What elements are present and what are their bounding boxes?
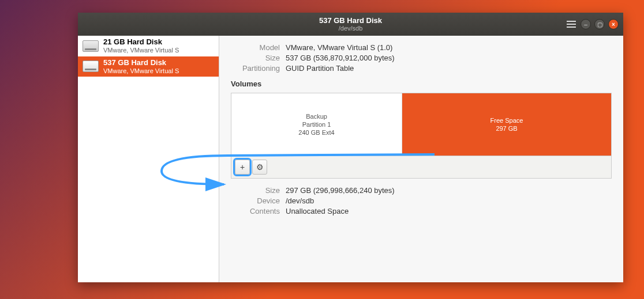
sel-size-value: 297 GB (296,998,666,240 bytes) xyxy=(286,186,395,195)
disk-name: 21 GB Hard Disk xyxy=(103,38,179,47)
volume-line3: 240 GB Ext4 xyxy=(298,128,334,137)
sel-device-value: /dev/sdb xyxy=(286,196,314,205)
volume-line2: 297 GB xyxy=(496,124,517,133)
close-button[interactable]: × xyxy=(608,19,619,29)
disk-text: 537 GB Hard Disk VMware, VMware Virtual … xyxy=(103,59,179,75)
partitioning-label: Partitioning xyxy=(231,64,280,73)
sel-size-label: Size xyxy=(231,186,280,195)
hard-disk-icon xyxy=(83,40,99,52)
volume-toolbar: + ⚙ xyxy=(231,156,611,178)
sel-contents-value: Unallocated Space xyxy=(286,207,349,215)
hard-disk-icon xyxy=(83,60,99,72)
maximize-button[interactable]: ▢ xyxy=(594,19,605,29)
window-title: 537 GB Hard Disk xyxy=(78,16,623,25)
kv-sel-contents: Contents Unallocated Space xyxy=(231,207,612,215)
titlebar: 537 GB Hard Disk /dev/sdb – ▢ × xyxy=(78,13,623,36)
title-center: 537 GB Hard Disk /dev/sdb xyxy=(78,16,623,33)
disk-text: 21 GB Hard Disk VMware, VMware Virtual S xyxy=(103,38,179,54)
model-value: VMware, VMware Virtual S (1.0) xyxy=(286,43,392,52)
window-controls: – ▢ × xyxy=(566,18,619,30)
volume-bar: Backup Partition 1 240 GB Ext4 Free Spac… xyxy=(231,93,611,156)
menu-icon[interactable] xyxy=(566,18,577,30)
volume-title: Backup xyxy=(306,112,327,120)
disk-sidebar: 21 GB Hard Disk VMware, VMware Virtual S… xyxy=(78,36,219,282)
sel-device-label: Device xyxy=(231,196,280,205)
size-label: Size xyxy=(231,54,280,62)
kv-sel-device: Device /dev/sdb xyxy=(231,196,612,205)
kv-model: Model VMware, VMware Virtual S (1.0) xyxy=(231,43,612,52)
volume-title: Free Space xyxy=(491,116,523,124)
kv-sel-size: Size 297 GB (296,998,666,240 bytes) xyxy=(231,186,612,195)
volumes-box: Backup Partition 1 240 GB Ext4 Free Spac… xyxy=(231,93,612,179)
disk-desc: VMware, VMware Virtual S xyxy=(103,67,179,75)
minimize-button[interactable]: – xyxy=(581,19,591,29)
sel-contents-label: Contents xyxy=(231,207,280,215)
model-label: Model xyxy=(231,43,280,52)
main-panel: Model VMware, VMware Virtual S (1.0) Siz… xyxy=(219,36,623,282)
disk-name: 537 GB Hard Disk xyxy=(103,59,179,67)
volume-line2: Partition 1 xyxy=(302,120,331,128)
partition-settings-button[interactable]: ⚙ xyxy=(252,160,267,175)
partitioning-value: GUID Partition Table xyxy=(286,64,354,73)
content-area: 21 GB Hard Disk VMware, VMware Virtual S… xyxy=(78,36,623,282)
add-partition-button[interactable]: + xyxy=(235,160,250,175)
sidebar-item-disk-1[interactable]: 537 GB Hard Disk VMware, VMware Virtual … xyxy=(78,56,219,77)
volumes-heading: Volumes xyxy=(231,80,612,88)
size-value: 537 GB (536,870,912,000 bytes) xyxy=(286,54,395,62)
volume-slice-backup[interactable]: Backup Partition 1 240 GB Ext4 xyxy=(231,93,402,156)
gear-icon: ⚙ xyxy=(256,162,264,172)
sidebar-item-disk-0[interactable]: 21 GB Hard Disk VMware, VMware Virtual S xyxy=(78,36,219,56)
volume-slice-free[interactable]: Free Space 297 GB xyxy=(402,93,611,156)
plus-icon: + xyxy=(240,162,245,172)
window-subtitle: /dev/sdb xyxy=(78,25,623,32)
disk-desc: VMware, VMware Virtual S xyxy=(103,47,179,54)
kv-partitioning: Partitioning GUID Partition Table xyxy=(231,64,612,73)
disks-window: 537 GB Hard Disk /dev/sdb – ▢ × 21 GB Ha… xyxy=(78,13,623,282)
kv-size: Size 537 GB (536,870,912,000 bytes) xyxy=(231,54,612,62)
